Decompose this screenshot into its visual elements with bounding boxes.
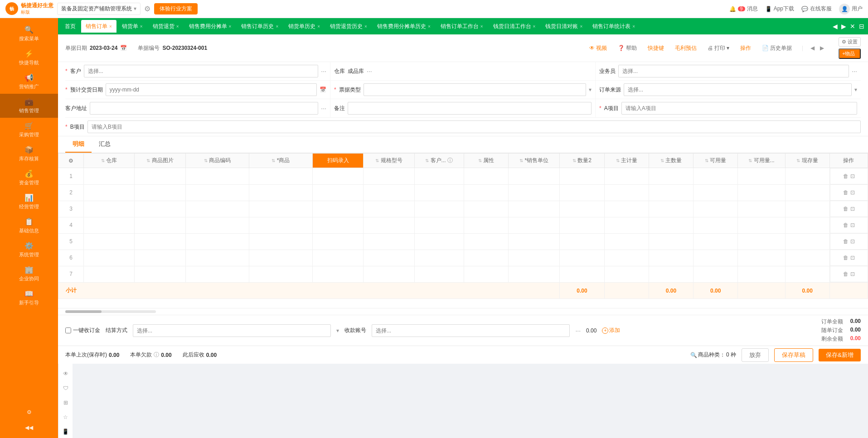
nav-left-icon[interactable]: ◀ [810,45,815,51]
column-settings-icon[interactable]: ⚙ [68,158,73,164]
tab-sales-expense[interactable]: 销售费用分摊单 × [184,20,236,33]
online-service-btn[interactable]: 💬 在线客服 [801,5,832,13]
account-input[interactable] [372,324,570,337]
invoice-dropdown-icon[interactable]: ▾ [589,87,592,93]
sidebar-item-system[interactable]: ⚙️ 系统管理 [0,238,58,262]
customer-addr-input[interactable] [90,102,318,115]
print-btn[interactable]: 🖨 打印 ▾ [705,43,732,53]
copy-row-icon[interactable]: ⊡ [850,271,855,277]
invoice-input[interactable]: 不开票 [364,83,586,96]
delete-row-icon[interactable]: 🗑 [843,238,849,245]
help-btn[interactable]: ❓ 帮助 [615,43,640,53]
copy-row-icon[interactable]: ⊡ [850,206,855,212]
sidebar-item-quicknav[interactable]: ⚡ 快捷导航 [0,46,58,70]
date-picker-icon[interactable]: 📅 [320,87,326,93]
add-payment-btn[interactable]: + 添加 [602,327,620,334]
copy-row-icon[interactable]: ⊡ [850,173,855,179]
sidebar-item-purchase[interactable]: 🛒 采购管理 [0,118,58,142]
tab-next-btn[interactable]: ▶ [839,23,848,30]
b-project-input[interactable] [87,120,861,133]
one-click-collect-label[interactable]: 一键收订金 [65,327,100,334]
warehouse-more-btn[interactable]: ··· [367,67,372,75]
sidebar-item-finance[interactable]: 💰 资金管理 [0,166,58,190]
tab-sales-expense-history[interactable]: 销售费用分摊单历史 × [373,20,435,33]
tab-menu-btn[interactable]: ⊟ [857,23,866,30]
user-avatar[interactable]: 👤 用户 [839,4,863,14]
add-item-btn[interactable]: +物品 [839,48,861,59]
customer-more-btn[interactable]: ··· [321,67,326,75]
a-project-input[interactable] [621,102,857,115]
delete-row-icon[interactable]: 🗑 [843,206,849,212]
tab-sales-order-workbench[interactable]: 销售订单工作台 × [436,20,488,33]
tab-home[interactable]: 首页 [60,20,80,33]
tab-sales-refund-history[interactable]: 销货退货历史 × [325,20,372,33]
tab-close-icon[interactable]: × [580,24,582,29]
view-btn[interactable]: 👁 视频 [587,43,610,53]
notifications-btn[interactable]: 🔔 9 消息 [729,5,758,13]
delete-row-icon[interactable]: 🗑 [843,173,849,179]
order-source-input[interactable] [624,83,852,96]
customer-input[interactable] [84,65,319,77]
sidebar-item-guide[interactable]: 📖 新手引导 [0,286,58,310]
tab-sales-order[interactable]: 销售订单 × [81,20,116,33]
th-scan[interactable]: 扫码录入 [313,154,364,168]
order-source-dropdown-icon[interactable]: ▾ [854,87,857,93]
staff-input[interactable] [618,65,849,77]
right-grid-btn[interactable]: ⊞ [59,396,72,409]
system-selector[interactable]: 装备及固定资产辅助管理系统 ▾ [57,3,141,15]
tab-close-icon[interactable]: × [364,24,367,29]
tab-sales-return[interactable]: 销货单 × [117,20,147,33]
tab-close-icon[interactable]: × [632,24,635,29]
addr-more-btn[interactable]: ··· [321,105,326,112]
tab-detail[interactable]: 明细 [65,136,92,153]
app-download-btn[interactable]: 📱 App下载 [765,5,794,13]
delete-row-icon[interactable]: 🗑 [843,271,849,277]
copy-row-icon[interactable]: ⊡ [850,189,855,196]
shortcut-btn[interactable]: 快捷键 [645,43,667,53]
tab-sales-order-stats[interactable]: 销售订单统计表 × [588,20,640,33]
tab-close-icon[interactable]: × [229,24,232,29]
tab-cash-daily-workbench[interactable]: 钱货日清工作台 × [489,20,540,33]
tab-sales-refund[interactable]: 销货退货 × [148,20,184,33]
sidebar-item-enterprise[interactable]: 🏢 企业协同 [0,262,58,286]
sidebar-item-operations[interactable]: 📊 经营管理 [0,190,58,214]
tab-cash-daily-reconcile[interactable]: 钱货日清对账 × [541,20,587,33]
discard-button[interactable]: 放弃 [742,348,769,362]
right-eye-btn[interactable]: 👁 [59,367,72,380]
tab-close-icon[interactable]: × [276,24,278,29]
sidebar-item-basic[interactable]: 📋 基础信息 [0,214,58,238]
tab-prev-btn[interactable]: ◀ [831,23,839,30]
delete-row-icon[interactable]: 🗑 [843,222,849,228]
copy-row-icon[interactable]: ⊡ [850,255,855,261]
profit-btn[interactable]: 毛利预估 [672,43,699,53]
tab-close-icon[interactable]: × [176,24,179,29]
solution-button[interactable]: 体验行业方案 [154,3,198,14]
right-star-btn[interactable]: ☆ [59,411,72,424]
delivery-input[interactable] [106,83,317,96]
sidebar-item-sales[interactable]: 💼 销售管理 [0,94,58,118]
remark-input[interactable] [348,102,592,115]
nav-right-icon[interactable]: ▶ [820,45,824,51]
sidebar-item-inventory[interactable]: 📦 库存核算 [0,142,58,166]
sidebar-collapse-btn[interactable]: ◀◀ [23,421,35,434]
sidebar-bottom-settings[interactable]: ⚙ [23,405,35,419]
calendar-icon[interactable]: 📅 [120,45,127,51]
tab-close-all-btn[interactable]: ✕ [848,23,857,30]
tab-sales-return-history[interactable]: 销货单历史 × [284,20,325,33]
tab-close-icon[interactable]: × [140,24,143,29]
operation-btn[interactable]: 操作 [737,43,754,53]
tab-close-icon[interactable]: × [317,24,320,29]
tab-close-icon[interactable]: × [109,24,112,29]
tab-sales-order-history[interactable]: 销售订单历史 × [237,20,283,33]
one-click-checkbox[interactable] [65,327,71,333]
history-btn[interactable]: 📄 历史单据 [759,43,795,53]
pay-method-input[interactable] [133,324,331,337]
account-more-btn[interactable]: ··· [575,327,581,334]
copy-row-icon[interactable]: ⊡ [850,238,855,245]
pay-method-dropdown-icon[interactable]: ▾ [336,327,339,334]
delete-row-icon[interactable]: 🗑 [843,255,849,261]
right-shield-btn[interactable]: 🛡 [59,382,72,395]
delete-row-icon[interactable]: 🗑 [843,189,849,196]
th-settings[interactable]: ⚙ [58,154,84,168]
right-phone-btn[interactable]: 📱 [59,425,72,438]
